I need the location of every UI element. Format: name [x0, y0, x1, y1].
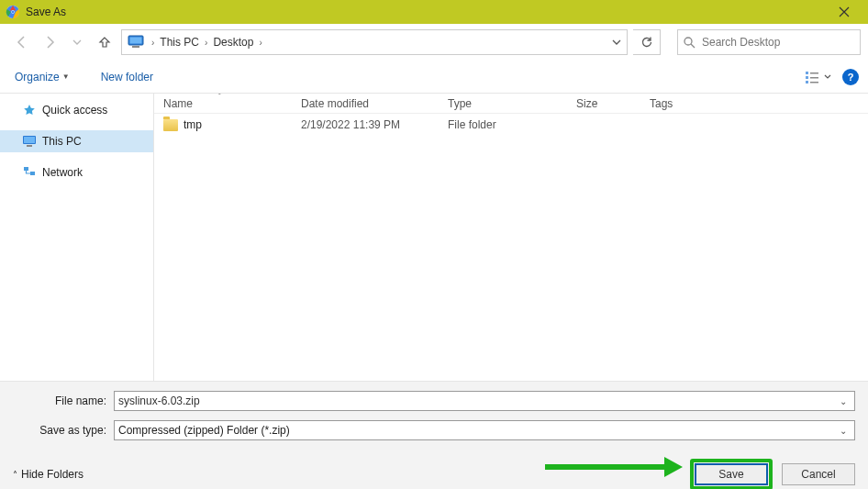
- organize-label: Organize: [15, 71, 60, 83]
- help-button[interactable]: ?: [842, 69, 859, 85]
- star-icon: [22, 103, 37, 117]
- chevron-down-icon[interactable]: ⌄: [836, 426, 851, 436]
- forward-button[interactable]: [39, 31, 61, 53]
- window-title: Save As: [26, 6, 66, 18]
- sort-indicator-icon: ˆ: [218, 92, 221, 100]
- chevron-right-icon[interactable]: ›: [257, 38, 263, 48]
- up-button[interactable]: [94, 31, 116, 53]
- sidebar-item-network[interactable]: Network: [0, 161, 153, 183]
- col-size[interactable]: Size: [567, 97, 640, 110]
- network-icon: [22, 165, 37, 180]
- sidebar-label: This PC: [42, 135, 82, 148]
- breadcrumb-desktop[interactable]: Desktop: [209, 30, 257, 54]
- cancel-button[interactable]: Cancel: [782, 463, 855, 485]
- nav-row: › This PC › Desktop ›: [0, 24, 868, 61]
- svg-rect-16: [27, 145, 32, 147]
- chevron-right-icon[interactable]: ›: [150, 38, 156, 48]
- col-tags[interactable]: Tags: [640, 97, 868, 110]
- search-input[interactable]: [700, 35, 860, 50]
- chevron-down-icon: ▼: [62, 72, 70, 81]
- refresh-button[interactable]: [633, 29, 661, 55]
- svg-rect-6: [132, 46, 139, 48]
- main-area: Quick access This PC Network ˆ Name Date…: [0, 94, 868, 381]
- newfolder-button[interactable]: New folder: [95, 67, 159, 87]
- close-button[interactable]: [826, 0, 862, 24]
- file-list: ˆ Name Date modified Type Size Tags tmp …: [154, 94, 868, 381]
- file-name: tmp: [184, 118, 202, 131]
- svg-rect-18: [30, 172, 35, 175]
- filename-label: File name:: [13, 395, 114, 407]
- file-type: File folder: [439, 118, 567, 131]
- svg-rect-13: [810, 82, 818, 83]
- svg-point-7: [684, 38, 692, 45]
- sidebar: Quick access This PC Network: [0, 94, 154, 381]
- search-icon: [678, 36, 700, 49]
- file-date: 2/19/2022 11:39 PM: [292, 118, 439, 131]
- thispc-icon: [126, 32, 146, 52]
- footer: ˄ Hide Folders Save Cancel: [0, 455, 868, 489]
- filename-field[interactable]: syslinux-6.03.zip ⌄: [114, 391, 855, 411]
- svg-rect-5: [130, 38, 142, 44]
- search-box[interactable]: [677, 29, 861, 55]
- svg-rect-8: [806, 72, 808, 74]
- svg-rect-17: [24, 167, 28, 171]
- annotation-save-highlight: Save: [690, 459, 773, 489]
- svg-rect-11: [810, 72, 818, 74]
- titlebar: Save As: [0, 0, 868, 24]
- saveastype-value: Compressed (zipped) Folder (*.zip): [118, 424, 836, 437]
- col-name[interactable]: Name: [154, 97, 292, 110]
- chevron-up-icon: ˄: [13, 470, 17, 480]
- sidebar-item-thispc[interactable]: This PC: [0, 130, 153, 152]
- recent-dropdown[interactable]: [66, 31, 88, 53]
- chevron-right-icon[interactable]: ›: [203, 38, 209, 48]
- chevron-down-icon[interactable]: ⌄: [836, 396, 851, 406]
- back-button[interactable]: [11, 31, 33, 53]
- newfolder-label: New folder: [101, 71, 153, 83]
- svg-rect-10: [806, 81, 808, 83]
- toolbar: Organize ▼ New folder ?: [0, 61, 868, 94]
- address-bar[interactable]: › This PC › Desktop ›: [121, 29, 628, 55]
- file-row[interactable]: tmp 2/19/2022 11:39 PM File folder: [154, 114, 868, 136]
- folder-icon: [163, 119, 178, 131]
- column-headers: ˆ Name Date modified Type Size Tags: [154, 94, 868, 114]
- form-area: File name: syslinux-6.03.zip ⌄ Save as t…: [0, 381, 868, 455]
- cancel-label: Cancel: [801, 468, 835, 481]
- sidebar-label: Quick access: [42, 104, 107, 117]
- breadcrumb-thispc[interactable]: This PC: [156, 30, 203, 54]
- save-button[interactable]: Save: [695, 463, 768, 485]
- saveastype-field[interactable]: Compressed (zipped) Folder (*.zip) ⌄: [114, 420, 855, 440]
- svg-point-3: [12, 11, 15, 14]
- sidebar-label: Network: [42, 166, 83, 179]
- monitor-icon: [22, 134, 37, 149]
- save-label: Save: [718, 468, 743, 481]
- hidefolders-label: Hide Folders: [21, 468, 83, 481]
- view-options-button[interactable]: [802, 69, 835, 85]
- col-date[interactable]: Date modified: [292, 97, 439, 110]
- svg-rect-9: [806, 76, 808, 79]
- organize-menu[interactable]: Organize ▼: [9, 67, 75, 87]
- hide-folders-button[interactable]: ˄ Hide Folders: [13, 468, 83, 481]
- svg-rect-15: [24, 137, 35, 143]
- sidebar-item-quickaccess[interactable]: Quick access: [0, 99, 153, 121]
- col-type[interactable]: Type: [439, 97, 567, 110]
- filename-value: syslinux-6.03.zip: [118, 395, 836, 407]
- address-dropdown[interactable]: [606, 38, 627, 47]
- saveastype-label: Save as type:: [13, 424, 114, 437]
- app-icon: [6, 5, 20, 19]
- svg-rect-12: [810, 77, 818, 79]
